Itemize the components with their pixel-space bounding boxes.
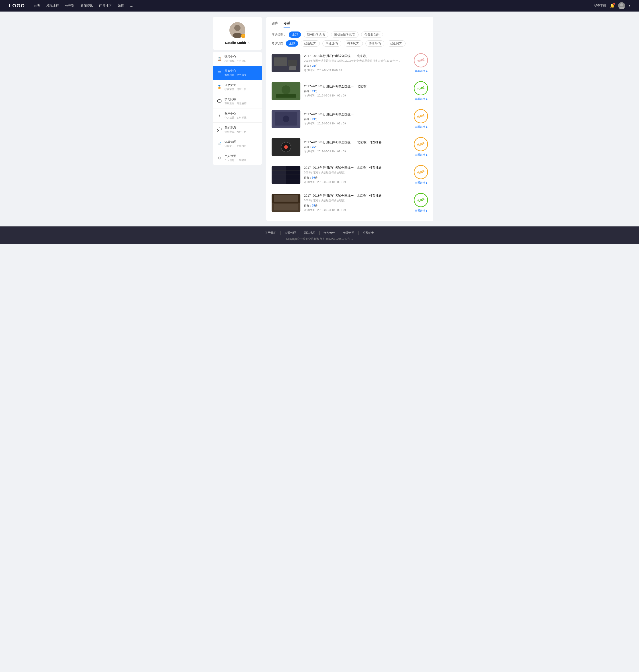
thumb-img-5 (271, 166, 300, 184)
status-filter-failed[interactable]: 未通过(2) (322, 41, 341, 47)
status-stamp-5: 待批阅 (412, 163, 430, 181)
user-dropdown-arrow[interactable]: ▾ (629, 4, 630, 7)
exam-detail-link-6[interactable]: 查看详情 ➤ (415, 209, 428, 213)
score-val-4: 25 (312, 145, 315, 148)
exam-detail-link-5[interactable]: 查看详情 ➤ (415, 181, 428, 185)
time-val-2: 2019-05-03 10：09：09 (317, 94, 346, 97)
sidebar-item-title-msg: 我的消息 (224, 126, 247, 130)
profile-name: Natalie Smith (225, 41, 246, 45)
sidebar-item-sub-course: 精彩课程、不容错过 (224, 59, 247, 63)
nav-home[interactable]: 首页 (34, 4, 40, 8)
exam-time-1: 考试时间：2019-05-03 10:09:09 (304, 68, 400, 72)
status-filter-reviewed[interactable]: 已批阅(2) (387, 41, 406, 47)
nav-courses[interactable]: 发现课程 (46, 4, 59, 8)
time-label-2: 考试时间： (304, 94, 317, 97)
nav-news[interactable]: 新闻资讯 (80, 4, 93, 8)
time-val-4: 2019-05-03 10：09：09 (317, 150, 346, 153)
nav-bank[interactable]: 题库 (118, 4, 124, 8)
sidebar-item-order[interactable]: 📄 订单管理 订单支出、明明白白 (213, 137, 262, 151)
sidebar-item-cert[interactable]: 🏅 证书荣誉 收获荣誉、持证上岗 (213, 80, 262, 94)
main-layout: 🏆 Natalie Smith ✎ 📋 课程中心 精彩课程、不容错过 ☰ 题库中… (208, 12, 431, 226)
thumb-img-4 (271, 138, 300, 156)
avatar[interactable] (618, 2, 625, 9)
status-filter-pending-exam[interactable]: 待考试(2) (344, 41, 363, 47)
svg-point-14 (283, 115, 289, 122)
exam-time-2: 考试时间：2019-05-03 10：09：09 (304, 94, 400, 98)
sidebar-item-msg[interactable]: 💭 我的消息 消息通知、及时了解 (213, 123, 262, 137)
type-filter-row: 考试类型： 全部 证书类考试(4) 随机抽题考试(5) 付费批卷(6) (271, 32, 428, 38)
sidebar-item-bank[interactable]: ☰ 题库中心 海量习题、助力通关 (213, 66, 262, 80)
exam-info-2: 2017–2018年行测证件考试全国统一（北京卷） 得分：99分 考试时间：20… (304, 84, 400, 98)
exam-score-4: 得分：25分 (304, 145, 400, 149)
exam-list: 2017–2018年行测证件考试全国统一（北京卷） 2018年行测考试是最值得多… (271, 49, 428, 217)
score-val-3: 99 (312, 117, 315, 121)
status-stamp-1: 未通过 (412, 52, 430, 69)
exam-status-1: 未通过 查看详情 ➤ (404, 53, 428, 73)
bank-icon: ☰ (217, 70, 222, 76)
exam-desc-1: 2018年行测考试是最值得多去研究 2018年行测考试是最值得多去研究 2018… (304, 59, 400, 63)
sidebar-item-course[interactable]: 📋 课程中心 精彩课程、不容错过 (213, 52, 262, 66)
sidebar-item-account[interactable]: ♦ 账户中心 个人权益、实时掌握 (213, 109, 262, 123)
nav-qa[interactable]: 问答社区 (99, 4, 112, 8)
exam-status-2: 已通过 查看详情 ➤ (404, 81, 428, 101)
footer-link-about[interactable]: 关于我们 (261, 231, 280, 235)
score-unit-3: 分 (315, 117, 317, 121)
nav-right: APP下载 🔔 ▾ (594, 2, 630, 9)
exam-item-2: 2017–2018年行测证件考试全国统一（北京卷） 得分：99分 考试时间：20… (271, 77, 428, 105)
type-filter-paid[interactable]: 付费批卷(6) (361, 32, 383, 38)
time-val-6: 2019-05-03 10：09：09 (317, 208, 346, 212)
time-val-1: 2019-05-03 10:09:09 (317, 69, 342, 72)
score-label-5: 得分： (304, 176, 312, 179)
time-label-5: 考试时间： (304, 180, 317, 183)
footer-link-partner[interactable]: 合作伙伴 (320, 231, 339, 235)
app-download-link[interactable]: APP下载 (594, 4, 606, 8)
status-stamp-3: 待考试 (412, 108, 430, 125)
exam-title-2: 2017–2018年行测证件考试全国统一（北京卷） (304, 84, 400, 89)
type-filter-cert[interactable]: 证书类考试(4) (304, 32, 328, 38)
notification-bell[interactable]: 🔔 (610, 3, 614, 8)
score-unit-6: 分 (315, 204, 317, 207)
thumb-img-6 (271, 194, 300, 212)
svg-rect-20 (286, 166, 300, 184)
tab-exam[interactable]: 考试 (283, 21, 290, 28)
account-icon: ♦ (217, 113, 222, 118)
exam-info-5: 2017–2018年行测证件考试全国统一（北京卷）付费批卷 2018年行测考试是… (304, 166, 400, 184)
exam-detail-link-3[interactable]: 查看详情 ➤ (415, 125, 428, 129)
nav-more[interactable]: ... (130, 4, 133, 8)
status-stamp-4: 待批阅 (412, 135, 430, 153)
sidebar-item-qa[interactable]: 💬 学习问答 课后重温、疑难解答 (213, 94, 262, 109)
exam-time-3: 考试时间：2019-05-03 10：09：09 (304, 122, 400, 126)
svg-rect-11 (276, 94, 296, 98)
sidebar-item-title-course: 课程中心 (224, 55, 247, 59)
exam-item-5: 2017–2018年行测证件考试全国统一（北京卷）付费批卷 2018年行测考试是… (271, 161, 428, 189)
exam-detail-link-2[interactable]: 查看详情 ➤ (415, 97, 428, 101)
status-filter-pending-review[interactable]: 待批阅(2) (365, 41, 384, 47)
sidebar-menu: 📋 课程中心 精彩课程、不容错过 ☰ 题库中心 海量习题、助力通关 🏅 证书荣誉… (213, 52, 262, 165)
footer-link-disclaimer[interactable]: 免费声明 (340, 231, 358, 235)
score-unit-5: 分 (315, 176, 317, 179)
profile-edit-icon[interactable]: ✎ (247, 41, 250, 44)
footer-copyright: Copyright© 云朵商学院 版权所有 京ICP备17051340号–1 (0, 237, 639, 241)
exam-item-3: 2017–2018年行测证件考试全国统一 得分：99分 考试时间：2019-05… (271, 105, 428, 133)
exam-title-1: 2017–2018年行测证件考试全国统一（北京卷） (304, 54, 400, 58)
type-filter-random[interactable]: 随机抽题考试(5) (331, 32, 359, 38)
score-label-2: 得分： (304, 90, 312, 93)
status-filter-all[interactable]: 全部 (286, 41, 298, 47)
exam-title-5: 2017–2018年行测证件考试全国统一（北京卷）付费批卷 (304, 166, 400, 170)
type-filter-all[interactable]: 全部 (289, 32, 301, 38)
time-val-5: 2019-05-03 10：09：09 (317, 180, 346, 183)
svg-rect-26 (274, 195, 298, 202)
exam-detail-link-1[interactable]: 查看详情 ➤ (415, 69, 428, 73)
exam-info-3: 2017–2018年行测证件考试全国统一 得分：99分 考试时间：2019-05… (304, 112, 400, 126)
sidebar-item-title-cert: 证书荣誉 (224, 83, 247, 87)
footer-link-agent[interactable]: 加盟代理 (281, 231, 299, 235)
nav-open-course[interactable]: 公开课 (65, 4, 74, 8)
footer-link-jobs[interactable]: 招贤纳士 (359, 231, 378, 235)
exam-detail-link-4[interactable]: 查看详情 ➤ (415, 153, 428, 157)
svg-rect-19 (271, 166, 286, 184)
footer-link-sitemap[interactable]: 网站地图 (300, 231, 319, 235)
sidebar-item-settings[interactable]: ⚙ 个人设置 个人信息、一键管理 (213, 151, 262, 165)
logo[interactable]: LOGO (9, 3, 25, 9)
status-filter-passed[interactable]: 已通过(2) (301, 41, 320, 47)
tab-bank[interactable]: 题库 (271, 21, 278, 28)
